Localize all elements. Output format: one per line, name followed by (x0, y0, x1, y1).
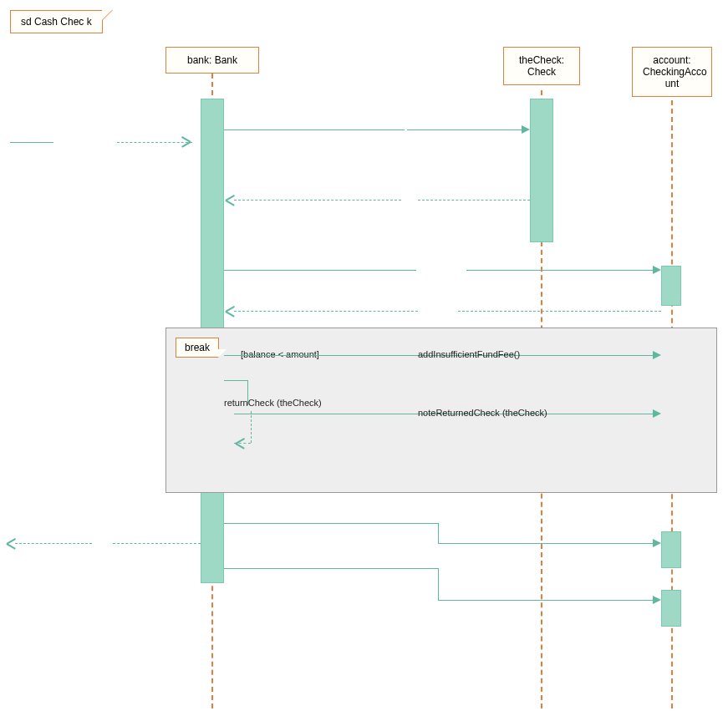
msg-add-fee-head (653, 351, 661, 359)
msg-post-1-seg1 (224, 523, 438, 524)
msg-post-1-vert (438, 523, 439, 543)
guard-text: [balance < amount] (241, 349, 319, 359)
activation-account-4 (661, 531, 681, 568)
lifeline-thecheck-label-1: theCheck: (519, 54, 564, 66)
msg-self-top (224, 380, 247, 381)
msg-bank-to-check-seg1 (224, 130, 405, 130)
frame-title-text: sd Cash Chec k (21, 16, 92, 28)
msg-external-return-seg1 (15, 543, 92, 544)
msg-account-return-seg1 (234, 311, 418, 312)
activation-account-5 (661, 590, 681, 627)
lifeline-bank: bank: Bank (165, 47, 259, 74)
msg-check-return-seg2 (418, 200, 530, 201)
msg-bank-to-account-1-head (653, 266, 661, 274)
msg-bank-to-check-seg2 (407, 130, 524, 130)
msg-note-returned-head (653, 409, 661, 418)
return-check-text: returnCheck (theCheck) (224, 398, 322, 408)
activation-account-1 (661, 266, 681, 306)
msg-post-1-seg2 (438, 543, 654, 544)
msg-return-check-label: returnCheck (theCheck) (224, 398, 322, 408)
lifeline-bank-label: bank: Bank (187, 54, 237, 66)
msg-check-return-head (226, 196, 234, 204)
msg-post-2-seg1 (224, 568, 438, 569)
msg-external-return-seg2 (113, 543, 201, 544)
msg-check-return-seg1 (234, 200, 401, 201)
frame-title: sd Cash Chec k (10, 10, 103, 33)
msg-add-fee-label: addInsufficientFundFee() (418, 349, 520, 359)
lifeline-account-label-2: CheckingAcco (643, 66, 707, 78)
break-label-text: break (185, 342, 210, 353)
activation-thecheck (530, 99, 553, 242)
msg-account-return-head (226, 307, 234, 315)
msg-self-return-head (236, 439, 244, 447)
break-fragment-label: break (176, 338, 219, 358)
msg-post-1-head (653, 539, 661, 547)
lifeline-thecheck-label-2: Check (527, 66, 556, 78)
sequence-diagram: sd Cash Chec k bank: Bank theCheck: Chec… (0, 0, 728, 711)
msg-external-in-1 (10, 142, 53, 143)
msg-note-returned-label: noteReturnedCheck (theCheck) (418, 408, 547, 418)
note-returned-text: noteReturnedCheck (theCheck) (418, 408, 547, 418)
lifeline-account-label-3: unt (665, 78, 680, 89)
lifeline-account: account: CheckingAcco unt (632, 47, 712, 97)
msg-bank-to-account-1-seg1 (224, 270, 416, 271)
msg-self-return-vert (251, 411, 252, 443)
msg-external-in-2 (117, 142, 192, 143)
msg-bank-to-check-head (522, 125, 530, 134)
guard-label: [balance < amount] (241, 349, 319, 359)
lifeline-thecheck: theCheck: Check (503, 47, 580, 85)
msg-bank-to-account-1-seg2 (466, 270, 654, 271)
add-fee-text: addInsufficientFundFee() (418, 349, 520, 359)
msg-post-2-seg2 (438, 600, 654, 601)
msg-post-2-head (653, 596, 661, 604)
msg-external-in-head (182, 137, 191, 145)
lifeline-account-label-1: account: (653, 54, 690, 66)
msg-post-2-vert (438, 568, 439, 600)
msg-external-return-head (7, 539, 15, 547)
msg-account-return-seg2 (458, 311, 661, 312)
